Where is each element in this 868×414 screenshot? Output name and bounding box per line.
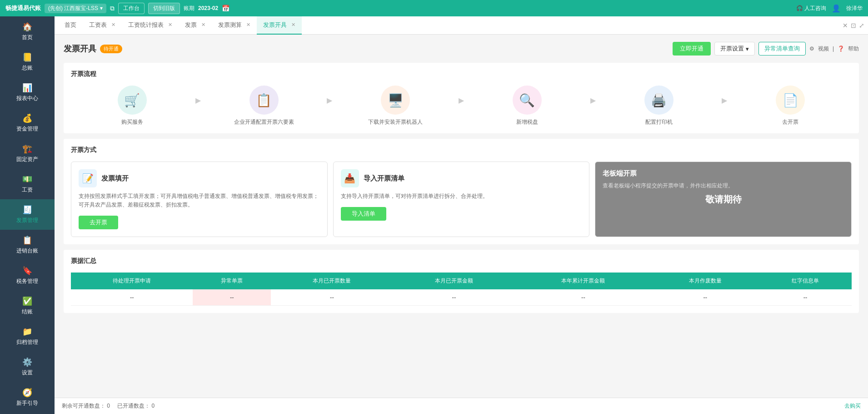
tab-home[interactable]: 首页 bbox=[58, 16, 83, 35]
workspace-button[interactable]: 工作台 bbox=[118, 3, 145, 14]
sidebar-label-purchase: 进销台账 bbox=[16, 247, 38, 255]
sidebar-label-payroll: 工资 bbox=[22, 186, 33, 194]
sidebar: 🏠 首页📒 总账📊 报表中心💰 资金管理🏗️ 固定资产💵 工资🧾 发票管理📋 进… bbox=[0, 16, 55, 414]
summary-col-2: 本月已开票数量 bbox=[271, 273, 393, 289]
main-layout: 🏠 首页📒 总账📊 报表中心💰 资金管理🏗️ 固定资产💵 工资🧾 发票管理📋 进… bbox=[0, 16, 868, 414]
summary-col-6: 红字信息单 bbox=[759, 273, 852, 289]
ledger-icon: 📒 bbox=[22, 52, 32, 62]
open-settings-label: 开票设置 bbox=[720, 45, 744, 53]
methods-section-title: 开票方式 bbox=[71, 146, 852, 154]
invoice-icon: 🧾 bbox=[22, 205, 32, 215]
open-settings-button[interactable]: 开票设置 ▾ bbox=[714, 42, 755, 56]
sidebar-label-assets: 固定资产 bbox=[16, 156, 38, 163]
tab-invoice_calc[interactable]: 发票测算✕ bbox=[212, 16, 257, 35]
period-value: 2023-02 bbox=[198, 5, 218, 11]
sidebar-item-ledger[interactable]: 📒 总账 bbox=[0, 47, 55, 77]
old-version-button[interactable]: 切到旧版 bbox=[148, 3, 180, 14]
summary-cell-3: -- bbox=[393, 289, 515, 306]
method-button-manual[interactable]: 去开票 bbox=[79, 216, 118, 229]
sidebar-item-home[interactable]: 🏠 首页 bbox=[0, 16, 55, 47]
step-circle-taxdisk: 🔍 bbox=[513, 86, 542, 115]
sidebar-item-purchase[interactable]: 📋 进销台账 bbox=[0, 230, 55, 260]
funds-icon: 💰 bbox=[22, 113, 32, 123]
abnormal-query-button[interactable]: 异常清单查询 bbox=[758, 42, 806, 56]
settle-icon: ✅ bbox=[22, 296, 32, 306]
tab-label-home: 首页 bbox=[65, 21, 76, 29]
sidebar-label-invoice: 发票管理 bbox=[16, 217, 38, 224]
sidebar-label-settings: 设置 bbox=[22, 369, 33, 377]
tab-payslip[interactable]: 工资表✕ bbox=[83, 16, 122, 35]
summary-cell-1: -- bbox=[193, 289, 271, 306]
support-button[interactable]: 🎧 人工咨询 bbox=[796, 5, 826, 12]
tax-icon: 🔖 bbox=[22, 266, 32, 276]
tab-bar-actions: ✕ ⊡ ⤢ bbox=[843, 22, 864, 29]
copy-icon[interactable]: ⧉ bbox=[110, 5, 115, 12]
buy-link[interactable]: 去购买 bbox=[844, 402, 861, 410]
open-now-button[interactable]: 立即开通 bbox=[673, 42, 711, 56]
sidebar-item-invoice[interactable]: 🧾 发票管理 bbox=[0, 199, 55, 230]
summary-cell-2: -- bbox=[271, 289, 393, 306]
tab-label-invoice_calc: 发票测算 bbox=[218, 21, 242, 29]
tab-close-invoice_calc[interactable]: ✕ bbox=[246, 22, 250, 28]
invoice-summary-section: 票据汇总 待处理开票申请异常单票本月已开票数量本月已开票金额本年累计开票金额本月… bbox=[64, 250, 859, 313]
tab-payroll_report[interactable]: 工资统计报表✕ bbox=[122, 16, 179, 35]
help-icon: ❓ bbox=[838, 45, 844, 52]
tab-close-payroll_report[interactable]: ✕ bbox=[168, 22, 172, 28]
expand-window-icon[interactable]: ⤢ bbox=[859, 22, 864, 29]
sidebar-item-settings[interactable]: ⚙️ 设置 bbox=[0, 352, 55, 382]
tab-invoice_issue[interactable]: 发票开具✕ bbox=[257, 16, 302, 35]
settings-dropdown-icon: ▾ bbox=[746, 45, 749, 52]
method-desc-manual: 支持按照发票样式手工填开发票；可开具增值税电子普通发票、增值税普通发票、增值税专… bbox=[79, 192, 320, 209]
reports-icon: 📊 bbox=[22, 83, 32, 93]
top-bar: 畅捷通易代账 (先创) 江西服宝-LSS ▾ ⧉ 工作台 切到旧版 账期 202… bbox=[0, 0, 868, 16]
flow-step-config: 📋 企业开通配置开票六要素 bbox=[203, 86, 325, 126]
header-right-tools: ⚙ 视频 | ❓ 帮助 bbox=[809, 45, 859, 53]
separator: | bbox=[833, 45, 834, 52]
sidebar-item-reports[interactable]: 📊 报表中心 bbox=[0, 77, 55, 108]
method-header-manual: 📝 发票填开 bbox=[79, 169, 320, 187]
sidebar-item-payroll[interactable]: 💵 工资 bbox=[0, 169, 55, 199]
settings-icon: ⚙️ bbox=[22, 357, 32, 367]
tab-invoice_tab[interactable]: 发票✕ bbox=[179, 16, 212, 35]
method-card-manual: 📝 发票填开 支持按照发票样式手工填开发票；可开具增值税电子普通发票、增值税普通… bbox=[71, 162, 328, 237]
sidebar-item-archive[interactable]: 📁 归档管理 bbox=[0, 321, 55, 352]
sidebar-item-assets[interactable]: 🏗️ 固定资产 bbox=[0, 138, 55, 169]
coming-soon-text: 敬请期待 bbox=[705, 193, 742, 206]
tab-close-invoice_tab[interactable]: ✕ bbox=[201, 22, 205, 28]
content-area: 首页工资表✕工资统计报表✕发票✕发票测算✕发票开具✕ ✕ ⊡ ⤢ 发票开具 待开… bbox=[55, 16, 868, 414]
tab-label-invoice_issue: 发票开具 bbox=[263, 21, 287, 29]
step-label-printer: 配置打印机 bbox=[645, 118, 673, 126]
coming-soon-overlay: 敬请期待 bbox=[595, 162, 851, 237]
view-label: 视频 bbox=[818, 45, 829, 53]
sidebar-item-funds[interactable]: 💰 资金管理 bbox=[0, 108, 55, 138]
page-title: 发票开具 bbox=[64, 43, 96, 54]
page-content: 发票开具 待开通 立即开通 开票设置 ▾ 异常清单查询 ⚙ 视频 | ❓ bbox=[55, 35, 868, 398]
restore-window-icon[interactable]: ⊡ bbox=[851, 22, 856, 29]
method-icon-manual: 📝 bbox=[79, 169, 97, 187]
close-window-icon[interactable]: ✕ bbox=[843, 22, 848, 29]
assets-icon: 🏗️ bbox=[22, 144, 32, 154]
sidebar-item-guide[interactable]: 🧭 新手引导 bbox=[0, 382, 55, 413]
app-logo: 畅捷通易代账 bbox=[5, 4, 41, 12]
methods-grid: 📝 发票填开 支持按照发票样式手工填开发票；可开具增值税电子普通发票、增值税普通… bbox=[71, 162, 852, 237]
summary-table: 待处理开票申请异常单票本月已开票数量本月已开票金额本年累计开票金额本月作废数量红… bbox=[71, 273, 852, 306]
flow-step-download: 🖥️ 下载并安装开票机器人 bbox=[334, 86, 457, 126]
help-label: 帮助 bbox=[848, 45, 859, 53]
page-footer: 剩余可开通数盘： 0 已开通数盘： 0 去购买 bbox=[55, 398, 868, 414]
calendar-icon[interactable]: 📅 bbox=[222, 5, 229, 12]
sidebar-item-settle[interactable]: ✅ 结账 bbox=[0, 291, 55, 321]
company-selector[interactable]: (先创) 江西服宝-LSS ▾ bbox=[45, 4, 106, 13]
method-title-manual: 发票填开 bbox=[101, 174, 129, 183]
tab-close-invoice_issue[interactable]: ✕ bbox=[291, 22, 295, 28]
sidebar-label-ledger: 总账 bbox=[22, 64, 33, 72]
flow-step-taxdisk: 🔍 新增税盘 bbox=[466, 86, 589, 126]
step-label-download: 下载并安装开票机器人 bbox=[368, 118, 423, 126]
sidebar-label-reports: 报表中心 bbox=[16, 95, 38, 102]
sidebar-item-tax[interactable]: 🔖 税务管理 bbox=[0, 260, 55, 291]
summary-cell-0: -- bbox=[71, 289, 193, 306]
tab-close-payslip[interactable]: ✕ bbox=[111, 22, 115, 28]
guide-icon: 🧭 bbox=[22, 388, 32, 398]
summary-col-4: 本年累计开票金额 bbox=[515, 273, 652, 289]
method-button-import[interactable]: 导入清单 bbox=[341, 207, 386, 221]
flow-arrow-0: ▶ bbox=[195, 96, 201, 116]
